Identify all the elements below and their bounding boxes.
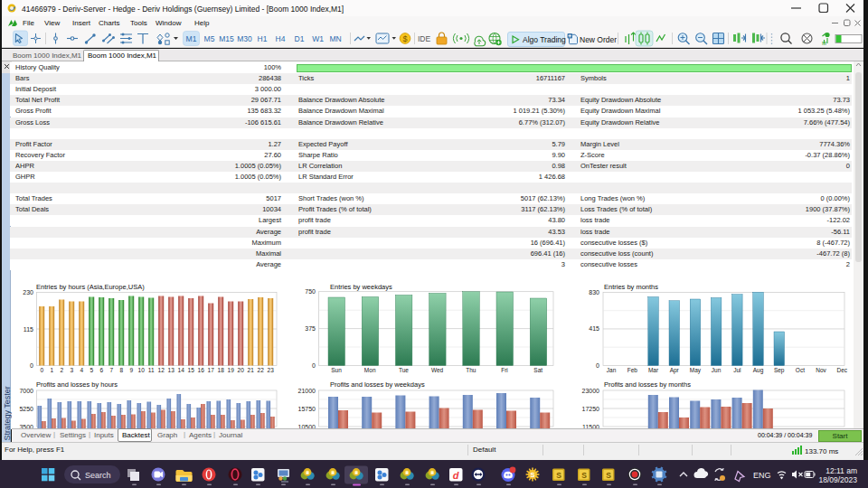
svg-text:Entries by weekdays: Entries by weekdays: [330, 283, 392, 291]
svg-text:21000: 21000: [298, 388, 316, 394]
svg-text:9: 9: [129, 367, 133, 373]
svg-text:18: 18: [218, 367, 225, 373]
svg-text:Entries by months: Entries by months: [604, 283, 658, 291]
svg-text:M1: M1: [186, 34, 197, 43]
svg-text:830: 830: [589, 289, 599, 296]
svg-text:Aug: Aug: [753, 367, 764, 374]
svg-text:15: 15: [188, 367, 195, 373]
svg-text:S: S: [556, 471, 561, 480]
svg-text:Apr: Apr: [670, 367, 680, 374]
svg-text:Jan: Jan: [607, 367, 617, 373]
svg-text:18/09/2023: 18/09/2023: [818, 475, 857, 484]
svg-text:0: 0: [40, 367, 43, 373]
svg-text:5250: 5250: [19, 406, 33, 412]
svg-text:W1: W1: [312, 34, 324, 43]
svg-text:Jul: Jul: [733, 367, 741, 373]
svg-text:Sun: Sun: [331, 367, 342, 373]
svg-text:20: 20: [238, 367, 245, 373]
svg-text:5: 5: [90, 367, 93, 373]
svg-text:10: 10: [138, 367, 146, 373]
svg-text:0: 0: [312, 362, 316, 369]
svg-text:23000: 23000: [582, 388, 600, 394]
svg-text:Tue: Tue: [399, 367, 409, 373]
svg-text:22: 22: [258, 367, 265, 373]
svg-text:Sep: Sep: [774, 367, 785, 374]
svg-text:Feb: Feb: [627, 367, 638, 373]
svg-text:12:11 am: 12:11 am: [826, 466, 857, 475]
svg-text:New Order: New Order: [580, 35, 617, 44]
svg-text:115: 115: [24, 326, 33, 333]
svg-text:Profits and losses by weekdays: Profits and losses by weekdays: [330, 380, 425, 389]
svg-text:Search: Search: [85, 471, 111, 480]
svg-text:Jun: Jun: [712, 367, 722, 373]
svg-text:2: 2: [60, 367, 63, 373]
svg-text:8: 8: [119, 367, 123, 373]
svg-text:Profits and losses by hours: Profits and losses by hours: [36, 380, 118, 389]
svg-text:133.70 ms: 133.70 ms: [805, 447, 838, 455]
svg-text:D1: D1: [295, 34, 305, 43]
svg-text:16: 16: [198, 367, 205, 373]
svg-text:H1: H1: [258, 34, 268, 43]
svg-text:19: 19: [228, 367, 235, 373]
svg-text:4: 4: [80, 367, 83, 373]
svg-text:M30: M30: [237, 34, 252, 43]
svg-text:375: 375: [305, 325, 316, 332]
svg-text:Sat: Sat: [533, 367, 542, 373]
svg-text:Mon: Mon: [364, 367, 376, 373]
svg-text:Wed: Wed: [431, 367, 444, 373]
svg-text:23: 23: [268, 367, 275, 373]
svg-text:17: 17: [208, 367, 215, 373]
svg-text:Fri: Fri: [501, 367, 508, 373]
svg-text:S: S: [530, 471, 534, 479]
svg-text:15750: 15750: [298, 406, 316, 412]
svg-text:7000: 7000: [19, 388, 33, 394]
svg-text:750: 750: [305, 288, 316, 295]
svg-text:M15: M15: [219, 34, 234, 43]
svg-text:ENG: ENG: [753, 471, 771, 480]
svg-text:May: May: [690, 367, 702, 374]
svg-text:M5: M5: [204, 34, 215, 43]
svg-text:IDE: IDE: [418, 34, 431, 43]
svg-text:0: 0: [30, 362, 33, 369]
svg-text:Mar: Mar: [648, 367, 659, 373]
svg-text:1: 1: [50, 367, 53, 373]
svg-text:41466979 - Deriv-Server - Hedg: 41466979 - Deriv-Server - Hedge - Deriv …: [22, 5, 344, 14]
svg-text:11: 11: [148, 367, 155, 373]
svg-text:Thu: Thu: [466, 367, 476, 373]
svg-text:M: M: [822, 41, 826, 46]
svg-text:d: d: [453, 470, 459, 481]
svg-text:S: S: [606, 471, 611, 480]
svg-text:6: 6: [99, 367, 103, 373]
svg-text:13: 13: [168, 367, 175, 373]
svg-text:14: 14: [178, 367, 185, 373]
svg-text:12: 12: [158, 367, 165, 373]
svg-text:21: 21: [248, 367, 255, 373]
svg-text:415: 415: [589, 325, 599, 332]
svg-text:7: 7: [109, 367, 113, 373]
svg-text:Algo Trading: Algo Trading: [523, 35, 566, 44]
svg-text:Profits and losses by months: Profits and losses by months: [604, 380, 691, 389]
svg-text:S: S: [581, 471, 587, 480]
svg-text:$: $: [402, 34, 407, 43]
svg-text:Dec: Dec: [837, 367, 848, 373]
svg-text:MN: MN: [329, 34, 341, 43]
svg-text:230: 230: [23, 289, 33, 296]
svg-text:0: 0: [596, 362, 599, 369]
svg-text:H4: H4: [276, 34, 286, 43]
svg-text:Oct: Oct: [796, 367, 805, 373]
svg-text:Entries by hours (Asia,Europe,: Entries by hours (Asia,Europe,USA): [36, 283, 145, 291]
svg-text:Nov: Nov: [816, 367, 826, 373]
svg-text:17250: 17250: [582, 406, 600, 412]
svg-text:3: 3: [70, 367, 73, 373]
